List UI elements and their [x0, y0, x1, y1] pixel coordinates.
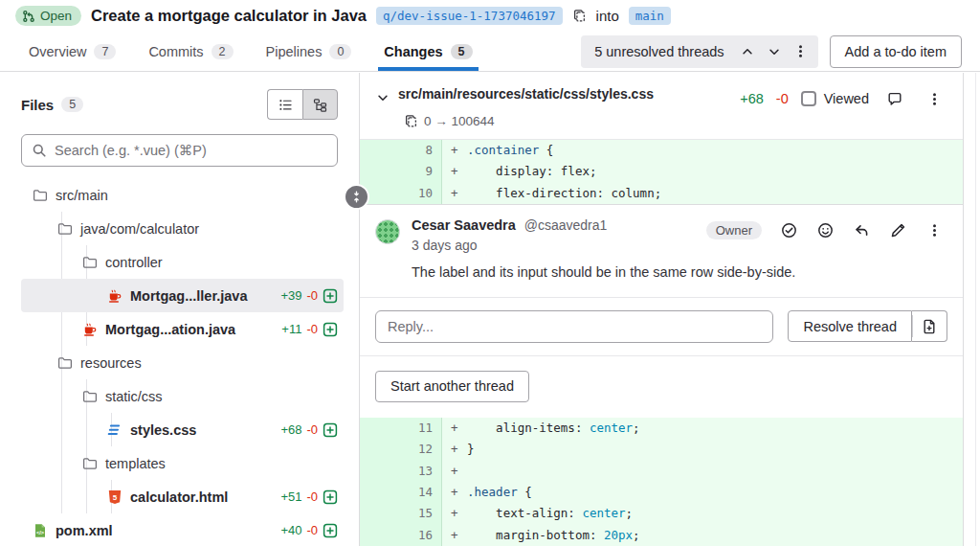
avatar[interactable] [375, 219, 400, 244]
tab-pipelines[interactable]: Pipelines0 [266, 32, 352, 71]
old-line-number-cell[interactable] [360, 161, 410, 182]
old-line-number-cell[interactable] [360, 439, 410, 460]
code-token: flex-direction: column; [467, 186, 661, 200]
xml-icon: </> [33, 523, 48, 538]
folder-icon [82, 389, 98, 404]
file-options-button[interactable] [921, 85, 947, 112]
tree-item-label: Mortgag...ller.java [130, 288, 248, 304]
author-name[interactable]: Cesar Saavedra [412, 217, 516, 233]
added-line-sign: + [442, 482, 467, 503]
code-token: text-align: [467, 506, 582, 520]
threads-options-button[interactable] [788, 38, 814, 65]
tabs: Overview7Commits2Pipelines0Changes5 [29, 32, 473, 71]
new-line-number[interactable]: 8 [410, 140, 442, 161]
tab-commits[interactable]: Commits2 [148, 32, 233, 71]
copy-file-path-button[interactable] [404, 114, 418, 128]
folder-tree-item-resources[interactable]: resources [21, 346, 344, 379]
tab-count-badge: 2 [212, 44, 234, 59]
file-change-stats: +11-0 [281, 322, 338, 337]
old-line-number-cell[interactable] [360, 525, 410, 546]
folder-icon [33, 188, 48, 203]
tab-label: Commits [148, 44, 203, 59]
folder-tree-item-java-com-calculator[interactable]: java/com/calculator [21, 212, 344, 245]
mr-tab-bar: Overview7Commits2Pipelines0Changes5 5 un… [0, 32, 980, 72]
unresolved-threads-label: 5 unresolved threads [594, 44, 724, 59]
added-line-sign: + [442, 525, 467, 546]
copy-branch-button[interactable] [572, 9, 587, 23]
file-tree-item-styles.css[interactable]: styles.css+68-0 [21, 413, 344, 446]
old-line-number-cell[interactable] [360, 482, 410, 503]
scrollbar-track[interactable] [975, 73, 976, 546]
file-removed-lines: -0 [776, 91, 789, 106]
new-line-number[interactable]: 10 [410, 183, 442, 204]
target-branch-badge[interactable]: main [629, 7, 671, 25]
new-line-number[interactable]: 13 [410, 461, 442, 482]
comment-body: The label and its input should be in the… [412, 264, 947, 280]
files-header: Files 5 [21, 89, 338, 120]
smiley-icon [817, 222, 834, 239]
file-tree-item-mortgag...ation.java[interactable]: Mortgag...ation.java+11-0 [21, 312, 344, 346]
author-username[interactable]: @csaavedra1 [524, 217, 608, 233]
old-line-number-cell[interactable] [360, 140, 410, 161]
new-line-number[interactable]: 12 [410, 439, 442, 460]
start-another-thread-button[interactable]: Start another thread [375, 371, 529, 402]
diff-file-path[interactable]: src/main/resources/static/css/styles.css [398, 86, 654, 102]
file-search [21, 134, 338, 167]
added-lines-count: +39 [280, 288, 301, 303]
new-line-number[interactable]: 16 [410, 525, 442, 546]
old-line-number-cell[interactable] [360, 461, 410, 482]
kebab-menu-icon [927, 92, 942, 106]
code-line-content: margin-bottom: 20px; [467, 525, 963, 546]
comment-options-button[interactable] [921, 217, 947, 244]
viewed-label: Viewed [824, 91, 869, 106]
new-line-number[interactable]: 14 [410, 482, 442, 503]
collapse-file-button[interactable] [369, 84, 396, 111]
code-token: .header [467, 485, 518, 499]
file-tree-item-calculator.html[interactable]: 5calculator.html+51-0 [21, 480, 344, 513]
reply-input[interactable] [375, 310, 773, 343]
old-line-number-cell[interactable] [360, 503, 410, 524]
new-line-number[interactable]: 11 [410, 418, 442, 439]
file-comment-button[interactable] [881, 85, 908, 112]
file-tree-item-pom.xml[interactable]: </>pom.xml+40-0 [21, 513, 344, 546]
reply-button[interactable] [848, 217, 875, 244]
folder-tree-item-controller[interactable]: controller [21, 245, 344, 279]
collapse-file-browser-button[interactable] [344, 184, 369, 210]
tree-item-label: Mortgag...ation.java [105, 322, 235, 337]
file-search-input[interactable] [21, 134, 338, 167]
file-change-stats: +40-0 [280, 523, 338, 538]
tree-view-button[interactable] [302, 89, 338, 120]
tab-changes[interactable]: Changes5 [384, 32, 472, 71]
new-line-number[interactable]: 15 [410, 503, 442, 524]
resolve-options-button[interactable] [912, 310, 947, 342]
file-tree: src/mainjava/com/calculatorcontrollerMor… [21, 178, 344, 546]
reply-arrow-icon [854, 222, 870, 239]
edit-comment-button[interactable] [884, 217, 911, 244]
viewed-checkbox[interactable] [801, 91, 816, 106]
previous-thread-button[interactable] [734, 38, 761, 65]
diff-file-actions: +68 -0 Viewed [740, 85, 947, 112]
page-title: Create a mortgage calculator in Java [91, 7, 367, 25]
status-badge: Open [15, 6, 81, 26]
source-branch-badge[interactable]: q/dev-issue-1-1737046197 [376, 7, 563, 25]
copy-plus-icon [922, 319, 937, 334]
tab-overview[interactable]: Overview7 [29, 32, 116, 71]
resolve-comment-button[interactable] [775, 217, 802, 244]
folder-tree-item-static-css[interactable]: static/css [21, 379, 344, 413]
folder-tree-item-src-main[interactable]: src/main [21, 178, 344, 212]
comment-timestamp[interactable]: 3 days ago [412, 238, 607, 253]
add-todo-button[interactable]: Add a to-do item [830, 35, 962, 68]
add-reaction-button[interactable] [812, 217, 838, 244]
code-token: center [582, 506, 625, 520]
folder-tree-item-templates[interactable]: templates [21, 446, 344, 480]
next-thread-button[interactable] [761, 38, 788, 65]
code-token: align-items: [467, 421, 590, 435]
added-lines-count: +68 [280, 422, 301, 437]
tree-item-label: resources [80, 355, 142, 371]
new-line-number[interactable]: 9 [410, 161, 442, 182]
list-view-button[interactable] [267, 89, 302, 120]
file-tree-item-mortgag...ller.java[interactable]: Mortgag...ller.java+39-0 [21, 279, 344, 312]
old-line-number-cell[interactable] [360, 418, 410, 439]
resolve-thread-button[interactable]: Resolve thread [788, 310, 912, 342]
css-icon [107, 422, 122, 438]
